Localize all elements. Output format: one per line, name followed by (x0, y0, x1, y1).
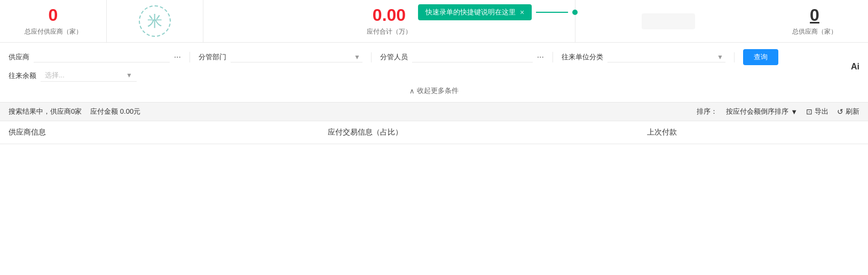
export-label: 导出 (815, 107, 828, 116)
query-button[interactable]: 查询 (743, 49, 778, 65)
results-info: 搜索结果中，供应商0家 (9, 107, 82, 116)
person-filter: 分管人员 ··· (372, 52, 553, 62)
decoration-icon: 米 (139, 5, 171, 37)
department-chevron: ▼ (354, 53, 360, 61)
unit-category-filter: 往来单位分类 ▼ (553, 52, 735, 62)
ai-label[interactable]: Ai (851, 62, 859, 71)
total-suppliers-label: 总供应商（家） (792, 27, 837, 36)
total-payable-suppliers-number: 0 (49, 6, 58, 25)
export-icon: ⊡ (806, 107, 812, 116)
department-filter: 分管部门 ▼ (190, 52, 372, 62)
total-suppliers-stat: 0 总供应商（家） (761, 0, 868, 42)
results-info-area: 搜索结果中，供应商0家 应付金额 0.00元 (9, 107, 140, 116)
sort-chevron: ▼ (791, 108, 798, 116)
ai-badge[interactable]: Ai (851, 62, 859, 72)
export-button[interactable]: ⊡ 导出 (806, 107, 828, 116)
col-supplier-info-header: 供应商信息 (9, 128, 328, 137)
results-bar: 搜索结果中，供应商0家 应付金额 0.00元 排序： 按应付会额倒序排序 ▼ ⊡… (0, 103, 868, 121)
refresh-icon: ↺ (837, 107, 843, 116)
filter-row-1: 供应商 ··· 分管部门 ▼ 分管人员 ··· 往来单位分类 ▼ (9, 49, 859, 65)
supplier-input[interactable] (34, 52, 170, 62)
table-header: 供应商信息 应付交易信息（占比） 上次付款 (0, 121, 868, 144)
tooltip-dot (572, 10, 578, 15)
total-suppliers-number: 0 (810, 6, 819, 25)
collapse-row: ∧ 收起更多条件 (9, 82, 859, 98)
payable-total-number: 0.00 (373, 6, 406, 25)
tooltip-close[interactable]: × (520, 8, 524, 17)
supplier-dots[interactable]: ··· (174, 52, 181, 62)
icon-area: 米 (107, 0, 203, 42)
results-amount: 应付金额 0.00元 (90, 107, 140, 116)
table-body (0, 144, 868, 251)
unit-category-label: 往来单位分类 (562, 52, 603, 62)
filter-row-2: 往来余额 选择... ▼ (9, 69, 859, 82)
tooltip-bubble: 快速录单的快捷键说明在这里 × (418, 4, 532, 20)
balance-select[interactable]: 选择... ▼ (41, 69, 137, 82)
unit-category-dropdown[interactable]: ▼ (607, 52, 725, 62)
col-payable-info-header: 应付交易信息（占比） (328, 128, 647, 137)
balance-label: 往来余额 (9, 71, 36, 81)
payable-total-label: 应付合计（万） (367, 27, 412, 36)
balance-chevron: ▼ (126, 72, 132, 79)
tooltip-container: 快速录单的快捷键说明在这里 × (418, 4, 578, 20)
right-placeholder (575, 0, 761, 42)
supplier-label: 供应商 (9, 52, 29, 62)
balance-placeholder: 选择... (45, 70, 65, 80)
sort-value: 按应付会额倒序排序 (726, 107, 788, 116)
department-dropdown[interactable]: ▼ (231, 52, 362, 62)
tooltip-text: 快速录单的快捷键说明在这里 (425, 7, 516, 17)
filter-bar: 供应商 ··· 分管部门 ▼ 分管人员 ··· 往来单位分类 ▼ (0, 43, 868, 103)
col-last-payment-header: 上次付款 (647, 128, 860, 137)
collapse-label: 收起更多条件 (417, 86, 459, 96)
person-input[interactable] (412, 52, 533, 62)
collapse-button[interactable]: ∧ 收起更多条件 (409, 86, 459, 96)
sort-label: 排序： (697, 107, 717, 116)
tooltip-line (536, 12, 568, 13)
department-label: 分管部门 (199, 52, 226, 62)
person-dots[interactable]: ··· (537, 52, 544, 62)
total-payable-suppliers-label: 总应付供应商（家） (25, 27, 82, 36)
results-actions: 排序： 按应付会额倒序排序 ▼ ⊡ 导出 ↺ 刷新 (697, 107, 859, 116)
refresh-button[interactable]: ↺ 刷新 (837, 107, 859, 116)
sort-select[interactable]: 按应付会额倒序排序 ▼ (726, 107, 798, 116)
supplier-filter: 供应商 ··· (9, 52, 190, 62)
person-label: 分管人员 (380, 52, 408, 62)
unit-category-chevron: ▼ (717, 53, 723, 61)
stats-bar: 0 总应付供应商（家） 米 0.00 应付合计（万） 快速录单的快捷键说明在这里… (0, 0, 868, 43)
total-payable-suppliers-stat: 0 总应付供应商（家） (0, 0, 107, 42)
refresh-label: 刷新 (846, 107, 859, 116)
collapse-chevron: ∧ (409, 87, 415, 95)
